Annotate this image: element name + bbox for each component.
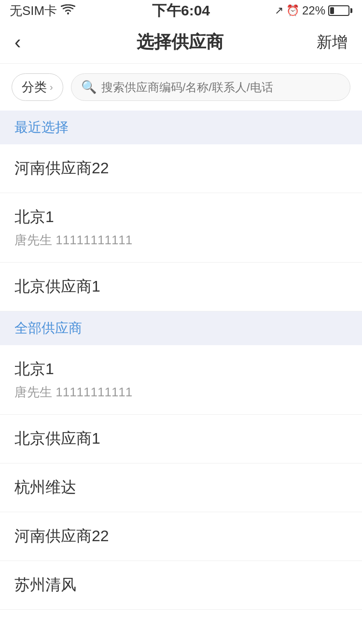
all-section-label: 全部供应商 [14, 321, 82, 336]
list-item[interactable]: 杭州维达 [0, 463, 362, 512]
recent-section-label: 最近选择 [14, 120, 69, 135]
alarm-icon: ⏰ [286, 4, 299, 17]
list-item[interactable]: 苏州清风 [0, 561, 362, 610]
search-input[interactable] [101, 81, 340, 94]
item-sub: 唐先生 11111111111 [14, 232, 348, 249]
item-name: 北京1 [14, 359, 348, 380]
list-item[interactable]: 北京供应商1 [0, 263, 362, 311]
list-item[interactable]: 河南供应商22 [0, 144, 362, 193]
list-item[interactable]: 北京1唐先生 11111111111 [0, 345, 362, 415]
all-list: 北京1唐先生 11111111111北京供应商1杭州维达河南供应商22苏州清风 [0, 345, 362, 610]
search-box: 🔍 [71, 73, 350, 101]
status-right: ↗ ⏰ 22% [275, 4, 352, 17]
battery-percent: 22% [302, 4, 325, 17]
item-name: 苏州清风 [14, 574, 348, 596]
page-title: 选择供应商 [137, 30, 223, 54]
carrier-text: 无SIM卡 [10, 2, 57, 19]
status-left: 无SIM卡 [10, 2, 75, 19]
battery-icon [328, 5, 352, 16]
item-name: 北京1 [14, 207, 348, 228]
recent-section-header: 最近选择 [0, 111, 362, 144]
svg-point-0 [67, 13, 69, 14]
add-button[interactable]: 新增 [317, 32, 348, 53]
list-item[interactable]: 河南供应商22 [0, 512, 362, 561]
item-name: 北京供应商1 [14, 428, 348, 449]
item-name: 北京供应商1 [14, 276, 348, 297]
list-item[interactable]: 北京供应商1 [0, 415, 362, 463]
status-bar: 无SIM卡 下午6:04 ↗ ⏰ 22% [0, 0, 362, 21]
back-button[interactable]: ‹ [14, 31, 43, 53]
item-sub: 唐先生 11111111111 [14, 384, 348, 401]
nav-bar: ‹ 选择供应商 新增 [0, 21, 362, 64]
search-icon: 🔍 [81, 80, 97, 95]
location-icon: ↗ [275, 4, 283, 17]
wifi-icon [61, 3, 75, 18]
list-item[interactable]: 北京1唐先生 11111111111 [0, 193, 362, 263]
category-button[interactable]: 分类 › [12, 73, 63, 101]
filter-bar: 分类 › 🔍 [0, 64, 362, 111]
chevron-right-icon: › [50, 82, 53, 93]
item-name: 杭州维达 [14, 477, 348, 498]
item-name: 河南供应商22 [14, 158, 348, 179]
category-label: 分类 [22, 79, 47, 96]
status-time: 下午6:04 [152, 1, 210, 21]
item-name: 河南供应商22 [14, 526, 348, 547]
recent-list: 河南供应商22北京1唐先生 11111111111北京供应商1 [0, 144, 362, 311]
all-section-header: 全部供应商 [0, 311, 362, 345]
